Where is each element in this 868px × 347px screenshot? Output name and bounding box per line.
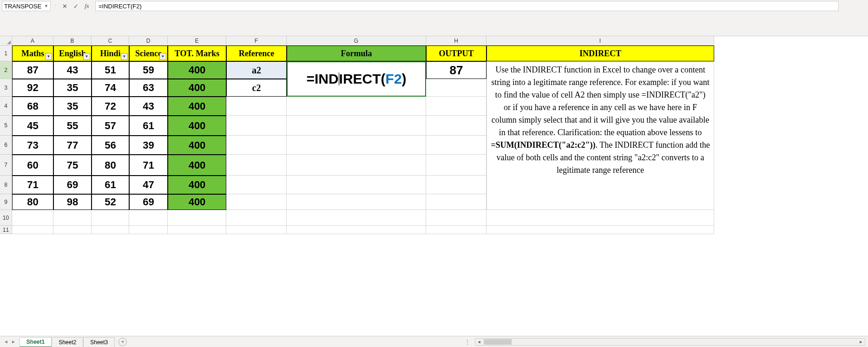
row-header-2[interactable]: 2 <box>0 61 12 79</box>
cell-I-description[interactable]: Use the INDIRECT function in Excel to ch… <box>487 61 714 210</box>
cell-D11[interactable] <box>129 226 168 234</box>
filter-icon[interactable]: ▼ <box>121 53 128 60</box>
scroll-right-icon[interactable]: ► <box>857 339 865 345</box>
drag-handle-icon[interactable]: ⋮ <box>464 338 471 346</box>
cell-B8[interactable]: 69 <box>53 176 92 194</box>
header-hindi[interactable]: Hindi▼ <box>92 46 129 61</box>
cell-C5[interactable]: 57 <box>92 116 129 136</box>
cell-I11[interactable] <box>487 226 714 234</box>
row-header-9[interactable]: 9 <box>0 194 12 210</box>
cell-B5[interactable]: 55 <box>53 116 92 136</box>
cell-F11[interactable] <box>226 226 287 234</box>
sheet-tab-sheet2[interactable]: Sheet2 <box>52 337 83 347</box>
cell-F6[interactable] <box>226 136 287 155</box>
sheet-tab-sheet1[interactable]: Sheet1 <box>20 337 52 347</box>
cell-H4[interactable] <box>426 97 487 116</box>
cell-G7[interactable] <box>287 155 426 176</box>
cell-C8[interactable]: 61 <box>92 176 129 194</box>
cell-F4[interactable] <box>226 97 287 116</box>
header-tot-marks[interactable]: TOT. Marks <box>168 46 226 61</box>
cell-C4[interactable]: 72 <box>92 97 129 116</box>
cell-E10[interactable] <box>168 210 226 226</box>
add-sheet-button[interactable]: + <box>118 338 127 346</box>
cell-D8[interactable]: 47 <box>129 176 168 194</box>
cell-F5[interactable] <box>226 116 287 136</box>
header-english[interactable]: English▼ <box>53 46 92 61</box>
row-header-6[interactable]: 6 <box>0 136 12 155</box>
cell-A4[interactable]: 68 <box>12 97 53 116</box>
cell-G10[interactable] <box>287 210 426 226</box>
cell-B9[interactable]: 98 <box>53 194 92 210</box>
cell-C3[interactable]: 74 <box>92 79 129 97</box>
cell-B7[interactable]: 75 <box>53 155 92 176</box>
cell-D6[interactable]: 39 <box>129 136 168 155</box>
tab-prev-icon[interactable]: ◄ <box>4 339 8 344</box>
cell-E5[interactable]: 400 <box>168 116 226 136</box>
cell-H7[interactable] <box>426 155 487 176</box>
cell-H6[interactable] <box>426 136 487 155</box>
row-header-10[interactable]: 10 <box>0 210 12 226</box>
row-header-7[interactable]: 7 <box>0 155 12 176</box>
col-header-F[interactable]: F <box>226 36 287 46</box>
cell-A2[interactable]: 87 <box>12 61 53 79</box>
cell-B2[interactable]: 43 <box>53 61 92 79</box>
cell-A8[interactable]: 71 <box>12 176 53 194</box>
cell-C9[interactable]: 52 <box>92 194 129 210</box>
header-formula[interactable]: Formula <box>287 46 426 61</box>
cell-E3[interactable]: 400 <box>168 79 226 97</box>
cancel-icon[interactable]: ✕ <box>59 1 70 11</box>
col-header-I[interactable]: I <box>487 36 714 46</box>
col-header-C[interactable]: C <box>92 36 129 46</box>
col-header-B[interactable]: B <box>53 36 92 46</box>
scroll-left-icon[interactable]: ◄ <box>475 339 483 345</box>
cell-G9[interactable] <box>287 194 426 210</box>
cell-F9[interactable] <box>226 194 287 210</box>
header-maths[interactable]: Maths▼ <box>12 46 53 61</box>
header-output[interactable]: OUTPUT <box>426 46 487 61</box>
cell-H8[interactable] <box>426 176 487 194</box>
formula-input[interactable]: =INDIRECT(F2) <box>95 1 839 11</box>
cell-E2[interactable]: 400 <box>168 61 226 79</box>
row-header-4[interactable]: 4 <box>0 97 12 116</box>
cell-C6[interactable]: 56 <box>92 136 129 155</box>
cell-B4[interactable]: 35 <box>53 97 92 116</box>
cell-C11[interactable] <box>92 226 129 234</box>
fx-icon[interactable]: fx <box>81 1 92 11</box>
cell-G4[interactable] <box>287 97 426 116</box>
cell-G2-formula[interactable]: =INDIRECT(F2)INDIRECT(ref_text, [a1]) <box>287 61 426 97</box>
enter-icon[interactable]: ✓ <box>70 1 81 11</box>
cell-A5[interactable]: 45 <box>12 116 53 136</box>
cell-I10[interactable] <box>487 210 714 226</box>
sheet-tab-sheet3[interactable]: Sheet3 <box>83 337 115 347</box>
cell-A10[interactable] <box>12 210 53 226</box>
col-header-G[interactable]: G <box>287 36 426 46</box>
select-all-corner[interactable] <box>0 36 12 46</box>
cell-D3[interactable]: 63 <box>129 79 168 97</box>
cell-F3[interactable]: c2 <box>226 79 287 97</box>
cell-C7[interactable]: 80 <box>92 155 129 176</box>
cell-D9[interactable]: 69 <box>129 194 168 210</box>
cell-F10[interactable] <box>226 210 287 226</box>
cell-H5[interactable] <box>426 116 487 136</box>
cell-B11[interactable] <box>53 226 92 234</box>
cell-F2[interactable]: a2 <box>226 61 287 79</box>
cell-E4[interactable]: 400 <box>168 97 226 116</box>
filter-icon[interactable]: ▼ <box>159 53 166 60</box>
col-header-A[interactable]: A <box>12 36 53 46</box>
cell-B10[interactable] <box>53 210 92 226</box>
row-header-3[interactable]: 3 <box>0 79 12 97</box>
name-box[interactable]: TRANSPOSE ▼ <box>2 1 51 11</box>
cell-F7[interactable] <box>226 155 287 176</box>
row-header-1[interactable]: 1 <box>0 46 12 61</box>
cell-C2[interactable]: 51 <box>92 61 129 79</box>
horizontal-scrollbar[interactable]: ◄ ► <box>475 338 865 346</box>
cell-G5[interactable] <box>287 116 426 136</box>
header-science[interactable]: Science▼ <box>129 46 168 61</box>
row-header-5[interactable]: 5 <box>0 116 12 136</box>
cell-E6[interactable]: 400 <box>168 136 226 155</box>
row-header-8[interactable]: 8 <box>0 176 12 194</box>
cell-G11[interactable] <box>287 226 426 234</box>
tab-next-icon[interactable]: ► <box>11 339 16 344</box>
cell-D7[interactable]: 71 <box>129 155 168 176</box>
filter-icon[interactable]: ▼ <box>45 53 52 60</box>
